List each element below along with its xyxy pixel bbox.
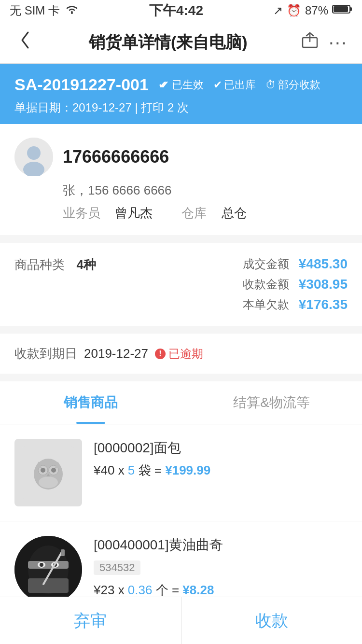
unit-1: 袋 [139, 463, 151, 477]
warehouse-value: 总仓 [222, 206, 247, 220]
wifi-icon [65, 4, 79, 17]
product-image-1 [14, 439, 82, 506]
tabs: 销售商品 结算&物流等 [0, 381, 362, 424]
svg-rect-27 [61, 549, 65, 556]
customer-id: 17666666666 [63, 147, 169, 167]
due-section: 收款到期日 2019-12-27 ! 已逾期 [0, 334, 362, 374]
debt-value: ¥176.35 [299, 297, 348, 312]
product-name-2: [000400001]黄油曲奇 [94, 536, 348, 554]
tab-label-settlement: 结算&物流等 [233, 393, 310, 412]
badge-active-label: ✔ 已生效 [160, 78, 204, 92]
price-base-1: ¥40 [94, 463, 114, 477]
status-bar: 无 SIM 卡 下午4:42 ↗ ⏰ 87% [0, 0, 362, 21]
summary-section: 商品种类 4种 成交金额 ¥485.30 收款金额 ¥308.95 本单欠款 ¥… [0, 243, 362, 326]
check-icon-shipped: ✔ [213, 79, 222, 91]
more-icon[interactable]: ··· [329, 31, 348, 53]
customer-info-row: 业务员 曾凡杰 仓库 总仓 [14, 205, 348, 222]
tab-active-indicator [76, 422, 105, 424]
due-date-value: 2019-12-27 [84, 346, 148, 361]
summary-right: 成交金额 ¥485.30 收款金额 ¥308.95 本单欠款 ¥176.35 [243, 256, 348, 312]
qty-2: 0.36 [128, 583, 153, 597]
svg-point-6 [27, 146, 41, 160]
battery-text: 87% [305, 4, 328, 17]
unit-2: 个 [156, 583, 168, 597]
tab-sales-products[interactable]: 销售商品 [0, 381, 181, 424]
price-base-2: ¥23 [94, 583, 114, 597]
overdue-label: 已逾期 [168, 346, 203, 362]
product-item-1: [0000002]面包 ¥40 x 5 袋 = ¥199.99 [0, 424, 362, 521]
bottom-bar: 弃审 收款 [0, 597, 362, 644]
order-header: SA-20191227-001 ✔ ✔ 已生效 ✔ 已出库 ⏱ 部分收款 单据日… [0, 64, 362, 124]
product-price-1: ¥40 x 5 袋 = ¥199.99 [94, 462, 348, 479]
order-meta: 单据日期：2019-12-27 | 打印 2 次 [14, 100, 348, 115]
battery-icon [332, 4, 352, 17]
customer-sub: 张，156 6666 6666 [14, 182, 348, 199]
status-right: ↗ ⏰ 87% [273, 4, 352, 17]
received-amount-row: 收款金额 ¥308.95 [243, 277, 348, 292]
badge-partial-label: 部分收款 [278, 78, 320, 92]
back-button[interactable] [14, 26, 36, 59]
deal-amount-label: 成交金额 [243, 256, 289, 272]
status-badge-active: ✔ ✔ 已生效 [158, 78, 204, 92]
product-info-2: [000400001]黄油曲奇 534532 ¥23 x 0.36 个 = ¥8… [94, 536, 348, 599]
alarm-icon: ⏰ [287, 4, 301, 17]
svg-point-13 [51, 468, 56, 473]
qty-1: 5 [128, 463, 135, 477]
clock-icon: ⏱ [265, 79, 276, 91]
collect-label: 收款 [255, 610, 288, 632]
tabs-section: 销售商品 结算&物流等 [0, 381, 362, 424]
summary-grid: 商品种类 4种 成交金额 ¥485.30 收款金额 ¥308.95 本单欠款 ¥… [14, 256, 348, 312]
collect-button[interactable]: 收款 [181, 597, 362, 644]
overdue-icon: ! [155, 349, 166, 359]
reject-label: 弃审 [74, 610, 107, 632]
customer-avatar [14, 138, 53, 176]
nav-actions: ··· [301, 31, 348, 54]
debt-amount-row: 本单欠款 ¥176.35 [243, 297, 348, 312]
overdue-badge: ! 已逾期 [155, 346, 203, 362]
tab-label-sales: 销售商品 [64, 393, 118, 412]
debt-label: 本单欠款 [243, 297, 289, 312]
warehouse-label: 仓库 [181, 206, 207, 220]
deal-amount-value: ¥485.30 [299, 256, 348, 272]
status-time: 下午4:42 [149, 1, 203, 20]
svg-point-23 [40, 563, 43, 567]
category-count: 4种 [76, 257, 96, 272]
received-value: ¥308.95 [299, 277, 348, 292]
export-icon[interactable] [301, 31, 319, 54]
page-title: 销货单详情(来自电脑) [89, 31, 248, 54]
badge-shipped-label: 已出库 [224, 78, 256, 92]
location-icon: ↗ [273, 4, 283, 17]
category-label: 商品种类 [14, 257, 65, 272]
svg-rect-25 [28, 578, 69, 593]
product-list: [0000002]面包 ¥40 x 5 袋 = ¥199.99 [0, 424, 362, 618]
due-label: 收款到期日 [14, 345, 77, 362]
product-image-2 [14, 536, 82, 603]
svg-point-17 [39, 476, 58, 488]
order-id: SA-20191227-001 [14, 75, 149, 94]
svg-point-0 [71, 12, 73, 14]
product-info-1: [0000002]面包 ¥40 x 5 袋 = ¥199.99 [94, 439, 348, 479]
product-price-2: ¥23 x 0.36 个 = ¥8.28 [94, 582, 348, 599]
customer-row: 17666666666 [14, 138, 348, 176]
status-badge-shipped: ✔ 已出库 [213, 78, 256, 92]
received-label: 收款金额 [243, 277, 289, 292]
deal-amount-row: 成交金额 ¥485.30 [243, 256, 348, 272]
salesman-label: 业务员 [63, 206, 100, 220]
nav-bar: 销货单详情(来自电脑) ··· [0, 21, 362, 64]
svg-rect-2 [350, 7, 352, 11]
total-1: ¥199.99 [165, 463, 210, 477]
salesman-value: 曾凡杰 [115, 206, 153, 220]
svg-rect-20 [28, 561, 69, 569]
svg-point-12 [41, 468, 45, 473]
reject-button[interactable]: 弃审 [0, 597, 181, 644]
order-header-top: SA-20191227-001 ✔ ✔ 已生效 ✔ 已出库 ⏱ 部分收款 [14, 75, 348, 94]
product-sku-2: 534532 [94, 560, 140, 575]
svg-rect-3 [334, 6, 348, 12]
status-badge-partial: ⏱ 部分收款 [265, 78, 320, 92]
product-name-1: [0000002]面包 [94, 439, 348, 457]
total-2: ¥8.28 [182, 583, 214, 597]
tab-settlement[interactable]: 结算&物流等 [181, 381, 362, 424]
summary-left: 商品种类 4种 [14, 256, 96, 312]
carrier-text: 无 SIM 卡 [10, 3, 60, 18]
customer-section: 17666666666 张，156 6666 6666 业务员 曾凡杰 仓库 总… [0, 124, 362, 235]
